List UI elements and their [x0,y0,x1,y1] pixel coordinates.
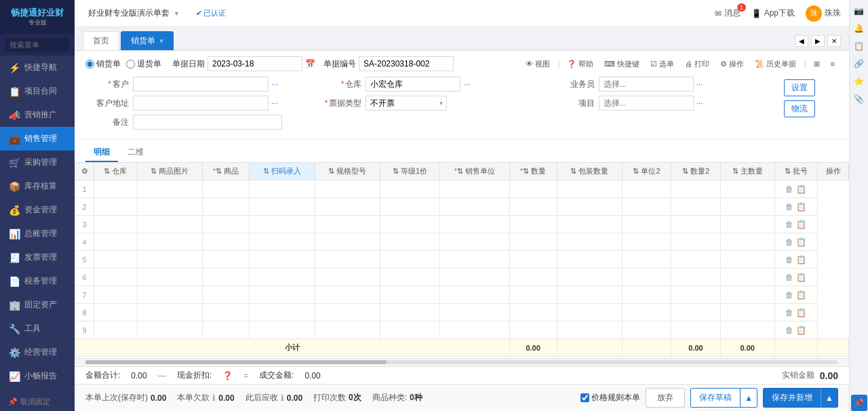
table-cell[interactable] [202,321,250,339]
sidebar-item-marketing[interactable]: 📣 营销推广 [0,103,75,127]
message-button[interactable]: ✉ 1 消息 [715,7,741,19]
table-cell[interactable] [557,321,622,339]
table-cell[interactable] [671,180,721,198]
sidebar-item-report[interactable]: 📈 小畅报告 [0,364,75,388]
table-cell[interactable] [315,216,380,233]
copy-icon[interactable]: 📋 [796,290,806,300]
table-cell[interactable] [671,321,721,339]
table-cell[interactable] [250,198,315,216]
tab-close-all-button[interactable]: ✕ [827,35,841,47]
copy-icon[interactable]: 📋 [796,202,806,212]
right-panel-btn-3[interactable]: 📋 [851,38,867,54]
table-cell[interactable] [557,286,622,304]
table-cell[interactable] [94,321,138,339]
delete-icon[interactable]: 🗑 [785,237,793,247]
sidebar-item-invoice[interactable]: 🧾 发票管理 [0,246,75,269]
table-cell[interactable] [557,180,622,198]
table-cell[interactable] [202,233,250,251]
table-cell[interactable] [557,304,622,321]
address-input[interactable] [133,96,269,111]
table-cell[interactable] [250,304,315,321]
table-cell[interactable] [94,233,138,251]
table-cell[interactable] [720,251,774,269]
table-cell[interactable] [720,216,774,233]
copy-icon[interactable]: 📋 [796,326,806,335]
col-product[interactable]: *⇅ 商品 [202,163,250,180]
table-cell[interactable] [250,216,315,233]
date-input[interactable] [208,56,302,71]
table-cell[interactable] [137,216,202,233]
table-cell[interactable] [622,198,671,216]
delete-icon[interactable]: 🗑 [785,273,793,282]
project-dots[interactable]: ··· [696,98,703,108]
sidebar-item-operations[interactable]: ⚙️ 经营管理 [0,340,75,364]
table-cell[interactable] [671,198,721,216]
table-cell[interactable] [137,321,202,339]
table-cell[interactable] [380,233,440,251]
table-cell[interactable] [720,286,774,304]
table-cell[interactable] [509,269,557,286]
price-rule-checkbox-label[interactable]: 价格规则本单 [580,392,640,404]
col-settings[interactable]: ⚙ [75,163,94,180]
table-cell[interactable] [557,198,622,216]
col-unit2[interactable]: ⇅ 单位2 [622,163,671,180]
delete-icon[interactable]: 🗑 [785,255,793,265]
sidebar-item-funds[interactable]: 💰 资金管理 [0,198,75,222]
toolbar-layout-list-btn[interactable]: ≡ [827,58,838,69]
tab-next-button[interactable]: ▶ [811,35,825,47]
table-cell[interactable] [202,286,250,304]
company-selector[interactable]: 好业财专业版演示单套 ▼ [83,7,185,19]
toolbar-shortcut-btn[interactable]: ⌨ 快捷键 [601,58,643,71]
table-cell[interactable] [509,286,557,304]
table-cell[interactable] [380,269,440,286]
tab-sale-order[interactable]: 销货单 × [121,31,174,50]
copy-icon[interactable]: 📋 [796,237,806,247]
table-cell[interactable] [440,304,509,321]
table-cell[interactable] [720,304,774,321]
col-barcode[interactable]: ⇅ 扫码录入 [250,163,315,180]
toolbar-view-btn[interactable]: 👁 视图 [522,58,553,71]
table-cell[interactable] [720,233,774,251]
save-new-button[interactable]: 保存并新增 [764,389,821,407]
tab-close-icon[interactable]: × [159,37,163,45]
salesperson-input[interactable] [599,77,694,92]
salesperson-dots[interactable]: ··· [696,79,703,89]
table-cell[interactable] [380,180,440,198]
table-cell[interactable] [622,304,671,321]
sidebar-item-accounting[interactable]: 📊 总账管理 [0,222,75,246]
col-pack[interactable]: ⇅ 包装数量 [557,163,622,180]
remark-input[interactable] [133,115,282,130]
table-cell[interactable] [557,251,622,269]
delete-icon[interactable]: 🗑 [785,184,793,194]
invoice-select[interactable]: 不开票 增值税普通发票 增值税专用发票 [366,96,447,111]
table-cell[interactable] [137,304,202,321]
col-batch[interactable]: ⇅ 批号 [774,163,818,180]
toolbar-select-btn[interactable]: ☑ 选单 [647,58,677,71]
customer-input[interactable] [133,77,269,92]
table-cell[interactable] [557,216,622,233]
table-cell[interactable] [250,321,315,339]
table-cell[interactable] [622,216,671,233]
table-cell[interactable] [315,198,380,216]
table-cell[interactable] [380,198,440,216]
radio-sale[interactable] [85,60,94,68]
tab-prev-button[interactable]: ◀ [795,35,808,47]
delete-icon[interactable]: 🗑 [785,290,793,300]
table-cell[interactable] [250,180,315,198]
save-draft-button[interactable]: 保存草稿 [691,389,740,407]
right-panel-btn-4[interactable]: 🔗 [851,56,867,72]
col-qty2[interactable]: ⇅ 数量2 [671,163,721,180]
sidebar-item-basic[interactable]: 📁 基础信息 [0,388,75,393]
table-cell[interactable] [94,216,138,233]
table-cell[interactable] [250,251,315,269]
table-cell[interactable] [509,304,557,321]
sidebar-item-nav[interactable]: ⚡ 快捷导航 [0,56,75,79]
table-cell[interactable] [137,180,202,198]
table-cell[interactable] [202,180,250,198]
right-panel-btn-7[interactable]: 📌 [851,395,867,411]
table-cell[interactable] [315,251,380,269]
project-input[interactable] [599,96,694,111]
table-cell[interactable] [509,198,557,216]
table-cell[interactable] [440,180,509,198]
table-cell[interactable] [202,198,250,216]
